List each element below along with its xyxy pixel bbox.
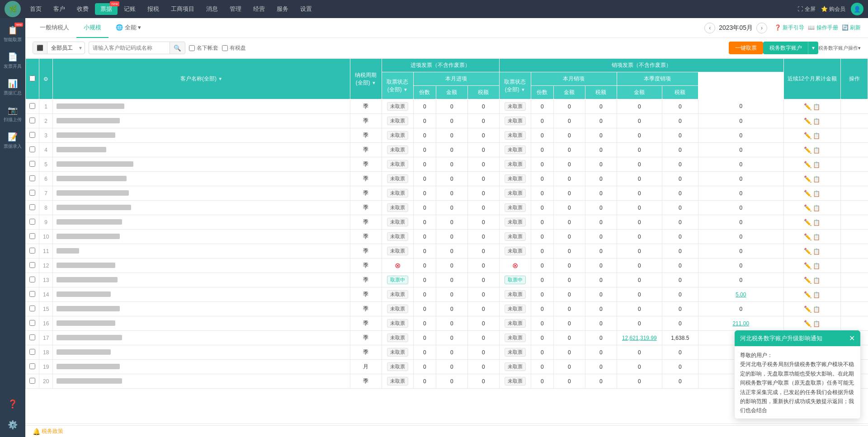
row-checkbox-2[interactable] — [29, 117, 35, 123]
tab-all-capable[interactable]: 🌐 全能 ▾ — [108, 18, 148, 38]
taxpayer-cycle-filter-icon[interactable]: ▼ — [372, 80, 376, 85]
copy-btn-12[interactable]: 📋 — [813, 263, 820, 269]
edit-btn-16[interactable]: ✏️ — [804, 320, 811, 327]
subaccount-checkbox[interactable] — [189, 45, 195, 51]
row-checkbox-17[interactable] — [29, 334, 35, 340]
nav-fee[interactable]: 收费 — [71, 3, 94, 15]
nav-manage[interactable]: 管理 — [224, 3, 247, 15]
sidebar-item-help[interactable]: ❓ — [1, 395, 24, 413]
copy-btn-5[interactable]: 📋 — [813, 161, 820, 168]
edit-btn-6[interactable]: ✏️ — [804, 175, 811, 183]
row-checkbox-14[interactable] — [29, 291, 35, 297]
copy-btn-7[interactable]: 📋 — [813, 190, 820, 197]
copy-btn-9[interactable]: 📋 — [813, 219, 820, 226]
policy-link[interactable]: 🔔 税务政策 — [33, 428, 63, 435]
edit-btn-2[interactable]: ✏️ — [804, 117, 811, 125]
row-checkbox-3[interactable] — [29, 132, 35, 138]
row-checkbox-10[interactable] — [29, 233, 35, 239]
copy-btn-16[interactable]: 📋 — [813, 320, 820, 327]
deduct-amount-link[interactable]: 12,621,319.99 — [622, 335, 657, 341]
row-checkbox-1[interactable] — [29, 103, 35, 109]
search-button[interactable]: 🔍 — [170, 42, 185, 54]
user-avatar[interactable]: 👤 — [851, 3, 863, 15]
edit-btn-7[interactable]: ✏️ — [804, 190, 811, 197]
copy-btn-8[interactable]: 📋 — [813, 205, 820, 211]
out-fetch-filter-icon[interactable]: ▼ — [521, 87, 525, 92]
copy-btn-4[interactable]: 📋 — [813, 147, 820, 154]
refresh-link[interactable]: 🔄 刷新 — [842, 24, 861, 32]
nav-invoice[interactable]: 票据new — [95, 3, 118, 15]
nav-service[interactable]: 服务 — [271, 3, 294, 15]
sidebar-item-invoice-open[interactable]: 📄 发票开具 — [1, 48, 24, 73]
notification-close-btn[interactable]: ✕ — [849, 334, 855, 343]
cumulative-link-14[interactable]: 5.00 — [736, 291, 746, 298]
row-checkbox-5[interactable] — [29, 161, 35, 167]
sidebar-item-invoice-summary[interactable]: 📊 票据汇总 — [1, 75, 24, 100]
member-btn[interactable]: ⭐ 购会员 — [821, 5, 845, 13]
nav-customer[interactable]: 客户 — [48, 3, 71, 15]
row-checkbox-4[interactable] — [29, 146, 35, 152]
date-next-btn[interactable]: › — [756, 23, 767, 33]
one-click-fetch-btn[interactable]: 一键取票 — [729, 42, 763, 54]
edit-btn-10[interactable]: ✏️ — [804, 233, 811, 240]
nav-tax[interactable]: 报税 — [142, 3, 165, 15]
search-input[interactable] — [89, 42, 170, 54]
copy-btn-14[interactable]: 📋 — [813, 291, 820, 298]
row-checkbox-11[interactable] — [29, 248, 35, 254]
nav-operation[interactable]: 经营 — [248, 3, 270, 15]
nav-settings[interactable]: 设置 — [295, 3, 317, 15]
nav-home[interactable]: 首页 — [24, 3, 47, 15]
copy-btn-15[interactable]: 📋 — [813, 306, 820, 313]
edit-btn-13[interactable]: ✏️ — [804, 277, 811, 284]
row-checkbox-6[interactable] — [29, 175, 35, 181]
client-name-filter-icon[interactable]: ▼ — [218, 76, 222, 81]
cumulative-link-16[interactable]: 211.00 — [732, 320, 749, 327]
select-all-checkbox[interactable] — [29, 75, 35, 81]
row-checkbox-20[interactable] — [29, 378, 35, 384]
nav-bookkeeping[interactable]: 记账 — [118, 3, 141, 15]
nav-industry[interactable]: 工商项目 — [165, 3, 200, 15]
sidebar-item-invoice-entry[interactable]: 📝 票据录入 — [1, 128, 24, 153]
row-checkbox-16[interactable] — [29, 320, 35, 326]
copy-btn-1[interactable]: 📋 — [813, 103, 820, 110]
checkbox-taxdisk[interactable]: 有税盘 — [222, 44, 246, 52]
row-checkbox-18[interactable] — [29, 349, 35, 355]
sidebar-item-settings-bottom[interactable]: ⚙️ — [1, 416, 24, 433]
copy-btn-6[interactable]: 📋 — [813, 176, 820, 183]
in-fetch-filter-icon[interactable]: ▼ — [403, 87, 408, 92]
guide-link[interactable]: ❓ 新手引导 — [774, 24, 804, 32]
copy-btn-2[interactable]: 📋 — [813, 118, 820, 125]
digital-account-btn[interactable]: 税务数字账户 — [763, 42, 808, 54]
copy-btn-11[interactable]: 📋 — [813, 248, 820, 255]
copy-btn-13[interactable]: 📋 — [813, 277, 820, 284]
taxdisk-checkbox[interactable] — [222, 45, 228, 51]
row-checkbox-15[interactable] — [29, 305, 35, 311]
edit-btn-4[interactable]: ✏️ — [804, 146, 811, 154]
row-checkbox-8[interactable] — [29, 204, 35, 210]
edit-btn-3[interactable]: ✏️ — [804, 132, 811, 139]
row-checkbox-9[interactable] — [29, 219, 35, 225]
checkbox-subaccount[interactable]: 名下帐套 — [189, 44, 218, 52]
employee-select[interactable]: ⬛ 全部员工 ▾ — [33, 42, 85, 54]
digital-ops-dropdown[interactable]: ▾ — [858, 45, 861, 51]
fullscreen-btn[interactable]: ⛶ 全屏 — [797, 5, 815, 13]
sidebar-item-scan-upload[interactable]: 📷 扫描上传 — [1, 102, 24, 127]
date-prev-btn[interactable]: ‹ — [704, 23, 715, 33]
row-checkbox-7[interactable] — [29, 190, 35, 196]
row-checkbox-13[interactable] — [29, 277, 35, 282]
digital-account-dropdown-btn[interactable]: ▾ — [808, 42, 818, 54]
manual-link[interactable]: 📖 操作手册 — [808, 24, 838, 32]
edit-btn-12[interactable]: ✏️ — [804, 262, 811, 269]
copy-btn-10[interactable]: 📋 — [813, 234, 820, 240]
edit-btn-11[interactable]: ✏️ — [804, 248, 811, 255]
edit-btn-14[interactable]: ✏️ — [804, 291, 811, 298]
tab-small-scale[interactable]: 小规模 — [76, 18, 108, 38]
nav-message[interactable]: 消息 — [201, 3, 223, 15]
edit-btn-5[interactable]: ✏️ — [804, 161, 811, 168]
row-checkbox-12[interactable] — [29, 262, 35, 268]
edit-btn-15[interactable]: ✏️ — [804, 305, 811, 313]
edit-btn-9[interactable]: ✏️ — [804, 219, 811, 226]
row-checkbox-19[interactable] — [29, 363, 35, 369]
tab-general-taxpayer[interactable]: 一般纳税人 — [33, 18, 76, 38]
copy-btn-3[interactable]: 📋 — [813, 132, 820, 139]
